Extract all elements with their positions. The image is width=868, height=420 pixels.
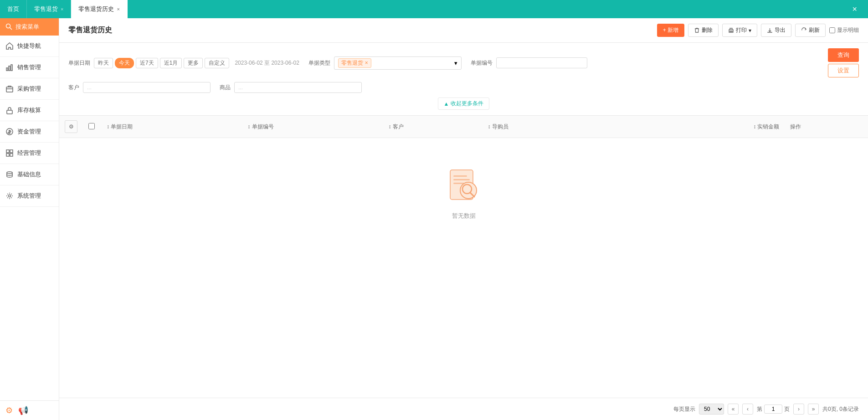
svg-rect-16 xyxy=(730,31,732,32)
table-wrapper: ⚙ ↕ 单据日期 ↕ 单据编号 xyxy=(59,116,868,398)
delete-icon xyxy=(694,27,700,33)
empty-row: 暂无数据 xyxy=(59,138,868,248)
add-button[interactable]: + 新增 xyxy=(657,24,684,37)
settings-footer-icon[interactable]: ⚙ xyxy=(5,405,13,415)
filter-area: 单据日期 昨天 今天 近7天 近1月 更多 自定义 2023-06-02 至 2… xyxy=(59,43,868,116)
col-date[interactable]: ↕ 单据日期 xyxy=(101,116,242,138)
per-page-select[interactable]: 50 10 20 100 xyxy=(699,404,724,415)
col-amount[interactable]: ↕ 实销金额 xyxy=(644,116,785,138)
lock-icon xyxy=(5,106,14,114)
sidebar-item-purchase-mgmt[interactable]: 采购管理 xyxy=(0,78,59,100)
svg-rect-12 xyxy=(10,154,13,156)
sidebar-item-system-label: 系统管理 xyxy=(17,192,41,200)
sidebar-item-operation-mgmt[interactable]: 经营管理 xyxy=(0,143,59,164)
sidebar-item-quick-nav[interactable]: 快捷导航 xyxy=(0,36,59,57)
pagination-info: 第 页 xyxy=(757,405,790,414)
date-range-display: 2023-06-02 至 2023-06-02 xyxy=(235,59,299,67)
next-page-button[interactable]: › xyxy=(793,404,804,415)
refresh-button[interactable]: 刷新 xyxy=(795,24,826,37)
sidebar-item-finance-label: 资金管理 xyxy=(17,128,41,136)
setting-button[interactable]: 设置 xyxy=(828,64,859,77)
box-icon xyxy=(5,85,14,93)
home-icon xyxy=(5,42,14,50)
pagination: 每页显示 50 10 20 100 « ‹ 第 页 › » 共0页, 0条记录 xyxy=(59,398,868,420)
date-btn-7days[interactable]: 近7天 xyxy=(136,58,158,68)
tab-home[interactable]: 首页 xyxy=(0,0,27,18)
settings-nav-icon xyxy=(5,192,14,200)
svg-rect-2 xyxy=(6,68,8,71)
print-dropdown-icon: ▾ xyxy=(749,27,751,34)
tab-retail-return-history-close[interactable]: × xyxy=(117,6,119,12)
date-btn-more[interactable]: 更多 xyxy=(184,58,203,68)
date-btn-custom[interactable]: 自定义 xyxy=(205,58,229,68)
col-action-label: 操作 xyxy=(790,123,801,130)
customer-select[interactable]: ... xyxy=(83,82,211,93)
per-page-label: 每页显示 xyxy=(673,405,695,413)
window-close-icon[interactable]: × xyxy=(848,3,861,16)
sidebar-item-operation-label: 经营管理 xyxy=(17,149,41,157)
filter-doc-number: 单据编号 xyxy=(471,57,587,68)
date-btn-yesterday[interactable]: 昨天 xyxy=(94,58,113,68)
sidebar-item-inventory[interactable]: 库存核算 xyxy=(0,100,59,121)
sidebar: 搜索菜单 快捷导航 销售管理 xyxy=(0,18,59,420)
tab-retail-return-close[interactable]: × xyxy=(61,6,63,12)
collapse-area: ▲ 收起更多条件 xyxy=(68,97,859,110)
collapse-button[interactable]: ▲ 收起更多条件 xyxy=(438,97,490,110)
collapse-up-icon: ▲ xyxy=(444,101,449,107)
print-icon xyxy=(728,27,734,33)
sidebar-search-label: 搜索菜单 xyxy=(15,23,39,31)
main-layout: 搜索菜单 快捷导航 销售管理 xyxy=(0,18,868,420)
header-actions: + 新增 删除 打印 ▾ xyxy=(657,24,859,37)
svg-point-14 xyxy=(9,195,11,197)
empty-cell: 暂无数据 xyxy=(59,138,868,248)
empty-state: 暂无数据 xyxy=(59,138,868,247)
money-icon xyxy=(5,128,14,136)
page-input[interactable] xyxy=(764,405,782,414)
sidebar-item-finance-mgmt[interactable]: 资金管理 xyxy=(0,121,59,143)
query-button[interactable]: 查询 xyxy=(828,48,859,62)
col-empty xyxy=(602,116,644,138)
filter-date: 单据日期 昨天 今天 近7天 近1月 更多 自定义 2023-06-02 至 2… xyxy=(68,58,299,68)
sidebar-item-sales-label: 销售管理 xyxy=(17,63,41,72)
col-customer[interactable]: ↕ 客户 xyxy=(383,116,482,138)
table-settings-icon[interactable]: ⚙ xyxy=(65,120,77,133)
svg-rect-5 xyxy=(6,87,13,92)
goods-select[interactable]: ... xyxy=(234,82,362,93)
page-unit: 页 xyxy=(784,405,790,413)
first-page-button[interactable]: « xyxy=(728,404,739,415)
col-guide[interactable]: ↕ 导购员 xyxy=(482,116,602,138)
doc-type-tag-remove[interactable]: × xyxy=(365,60,368,66)
show-detail-checkbox[interactable] xyxy=(829,27,835,33)
sidebar-item-quick-nav-label: 快捷导航 xyxy=(17,42,41,50)
svg-rect-20 xyxy=(453,183,464,184)
date-btn-1month[interactable]: 近1月 xyxy=(160,58,182,68)
tab-retail-return[interactable]: 零售退货 × xyxy=(27,0,71,18)
select-all-checkbox[interactable] xyxy=(88,123,95,129)
print-button[interactable]: 打印 ▾ xyxy=(722,24,757,37)
col-guide-label: ↕ 导购员 xyxy=(488,123,508,130)
sidebar-search[interactable]: 搜索菜单 xyxy=(0,18,59,36)
last-page-button[interactable]: » xyxy=(808,404,819,415)
speaker-footer-icon[interactable]: 📢 xyxy=(18,405,28,415)
sidebar-item-system-mgmt[interactable]: 系统管理 xyxy=(0,185,59,207)
show-detail-checkbox-label[interactable]: 显示明细 xyxy=(829,26,859,34)
sidebar-item-sales-mgmt[interactable]: 销售管理 xyxy=(0,57,59,78)
doc-number-input[interactable] xyxy=(496,57,587,68)
empty-text: 暂无数据 xyxy=(452,212,476,220)
col-number[interactable]: ↕ 单据编号 xyxy=(242,116,383,138)
delete-button[interactable]: 删除 xyxy=(688,24,719,37)
svg-rect-10 xyxy=(10,150,13,153)
svg-rect-4 xyxy=(11,65,12,71)
export-button[interactable]: 导出 xyxy=(761,24,791,37)
export-icon xyxy=(767,27,773,33)
page-header: 零售退货历史 + 新增 删除 打印 ▾ xyxy=(59,18,868,43)
date-btn-today[interactable]: 今天 xyxy=(115,58,134,68)
page-label: 第 xyxy=(757,405,762,413)
tab-retail-return-history[interactable]: 零售退货历史 × xyxy=(71,0,127,18)
col-date-label: ↕ 单据日期 xyxy=(107,123,133,130)
filter-customer: 客户 ... xyxy=(68,82,211,93)
refresh-icon xyxy=(801,27,807,33)
doc-type-select[interactable]: 零售退货 × ▾ xyxy=(334,56,462,70)
sidebar-item-base-info[interactable]: 基础信息 xyxy=(0,164,59,185)
prev-page-button[interactable]: ‹ xyxy=(742,404,753,415)
